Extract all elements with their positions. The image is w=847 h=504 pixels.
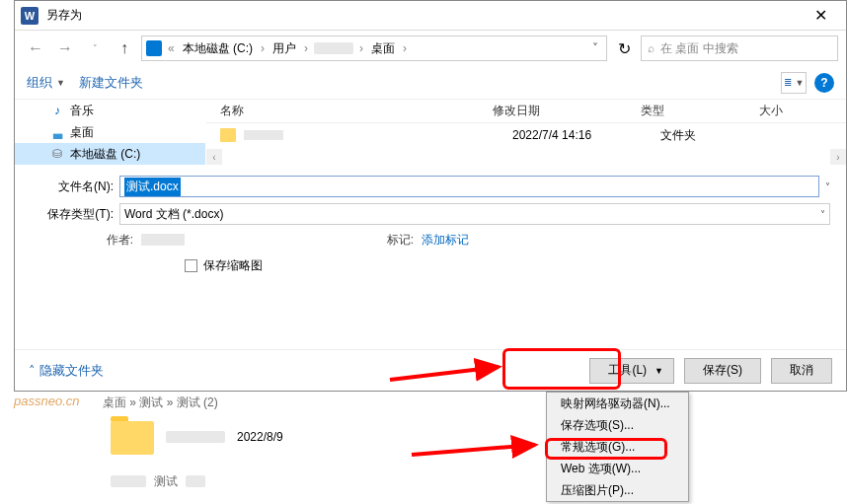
chevron-up-icon: ˄: [29, 363, 36, 378]
thumbnail-label: 保存缩略图: [203, 257, 263, 274]
col-date[interactable]: 修改日期: [493, 103, 641, 119]
row-date: 2022/7/4 14:16: [512, 128, 660, 142]
forward-button[interactable]: →: [52, 36, 78, 61]
folder-icon: [111, 421, 154, 455]
save-form: 文件名(N): 测试.docx ˅ 保存类型(T): Word 文档 (*.do…: [15, 165, 846, 279]
new-folder-button[interactable]: 新建文件夹: [79, 74, 143, 92]
tree-item-music[interactable]: ♪ 音乐: [15, 100, 205, 121]
word-icon: W: [21, 7, 38, 25]
navigation-bar: ← → ˅ ↑ « 本地磁盘 (C:) › 用户 › › 桌面 › ˅ ↻ ⌕ …: [15, 31, 846, 66]
chevron-down-icon: ▼: [56, 78, 65, 88]
column-headers: 名称 修改日期 类型 大小: [206, 100, 846, 123]
dropdown-item-compress-pictures[interactable]: 压缩图片(P)...: [547, 479, 688, 501]
bg-item: 测试: [154, 473, 178, 490]
search-icon: ⌕: [648, 41, 654, 55]
chevron-right-icon: ›: [403, 41, 407, 55]
crumb-desktop[interactable]: 桌面: [369, 40, 397, 57]
toolbar: 组织 ▼ 新建文件夹 ≣▼ ?: [15, 66, 846, 100]
chevron-down-icon: ˅: [820, 209, 825, 220]
col-name[interactable]: 名称: [206, 103, 493, 119]
save-as-dialog: W 另存为 ✕ ← → ˅ ↑ « 本地磁盘 (C:) › 用户 › › 桌面 …: [14, 0, 847, 392]
back-button[interactable]: ←: [23, 36, 48, 61]
author-value-redacted: [141, 234, 185, 246]
redacted-text: [186, 475, 205, 487]
scroll-right[interactable]: ›: [830, 149, 846, 165]
save-button[interactable]: 保存(S): [684, 358, 761, 384]
tags-input[interactable]: 添加标记: [422, 232, 469, 249]
tags-label: 标记:: [370, 232, 414, 249]
file-row[interactable]: 2022/7/4 14:16 文件夹: [206, 123, 846, 147]
filename-input[interactable]: 测试.docx: [119, 176, 819, 197]
dropdown-item-save-options[interactable]: 保存选项(S)...: [547, 414, 688, 436]
redacted-text: [166, 431, 225, 443]
filename-value: 测试.docx: [124, 178, 181, 196]
filename-label: 文件名(N):: [31, 179, 114, 195]
author-label: 作者:: [90, 232, 133, 249]
col-type[interactable]: 类型: [641, 103, 759, 119]
music-icon: ♪: [50, 104, 64, 117]
chevron-right-icon: ›: [359, 41, 363, 55]
thumbnail-checkbox[interactable]: [185, 259, 197, 272]
filetype-value: Word 文档 (*.docx): [124, 206, 223, 223]
up-button[interactable]: ↑: [112, 36, 137, 61]
dropdown-item-web-options[interactable]: Web 选项(W)...: [547, 458, 688, 479]
dropdown-item-general-options[interactable]: 常规选项(G)...: [547, 436, 688, 458]
tools-button[interactable]: 工具(L) ▼: [589, 358, 674, 384]
recent-dropdown[interactable]: ˅: [82, 36, 108, 61]
col-size[interactable]: 大小: [759, 103, 846, 119]
close-button[interactable]: ✕: [801, 2, 840, 30]
hide-folders-toggle[interactable]: ˄ 隐藏文件夹: [29, 362, 104, 380]
chevron-right-icon: «: [168, 41, 175, 55]
crumb-disk[interactable]: 本地磁盘 (C:): [181, 40, 255, 57]
chevron-down-icon[interactable]: ˅: [825, 181, 830, 192]
window-title: 另存为: [46, 7, 801, 24]
chevron-right-icon: ›: [261, 41, 265, 55]
file-list: 名称 修改日期 类型 大小 2022/7/4 14:16 文件夹 ‹ ›: [206, 100, 846, 165]
content-area: ♪ 音乐 ▃ 桌面 ⛁ 本地磁盘 (C:) 名称 修改日期 类型 大小: [15, 100, 846, 165]
folder-icon: [220, 128, 236, 142]
redacted-name: [244, 130, 283, 140]
tree-item-local-disk[interactable]: ⛁ 本地磁盘 (C:): [15, 143, 205, 165]
tree-item-desktop[interactable]: ▃ 桌面: [15, 121, 205, 143]
drive-icon: ⛁: [50, 147, 64, 161]
cancel-button[interactable]: 取消: [771, 358, 832, 384]
watermark: passneo.cn: [14, 394, 80, 408]
background-explorer: passneo.cn 桌面 » 测试 » 测试 (2) 2022/8/9 测试: [14, 392, 847, 504]
chevron-right-icon: ›: [304, 41, 308, 55]
address-bar[interactable]: « 本地磁盘 (C:) › 用户 › › 桌面 › ˅: [141, 36, 607, 61]
crumb-users[interactable]: 用户: [270, 40, 298, 57]
help-button[interactable]: ?: [814, 73, 834, 93]
tools-dropdown: 映射网络驱动器(N)... 保存选项(S)... 常规选项(G)... Web …: [546, 392, 689, 502]
refresh-button[interactable]: ↻: [611, 36, 637, 61]
organize-button[interactable]: 组织 ▼: [27, 74, 65, 92]
address-dropdown[interactable]: ˅: [588, 41, 602, 55]
titlebar: W 另存为 ✕: [15, 1, 846, 31]
redacted-crumb: [314, 42, 353, 54]
scroll-left[interactable]: ‹: [206, 149, 222, 165]
chevron-down-icon: ▼: [654, 366, 663, 376]
row-type: 文件夹: [660, 127, 779, 144]
folder-tree: ♪ 音乐 ▃ 桌面 ⛁ 本地磁盘 (C:): [15, 100, 206, 165]
desktop-icon: ▃: [50, 125, 64, 139]
bg-date: 2022/8/9: [237, 430, 283, 444]
dialog-footer: ˄ 隐藏文件夹 工具(L) ▼ 保存(S) 取消: [15, 349, 846, 391]
filetype-label: 保存类型(T):: [31, 206, 114, 223]
bg-breadcrumb: 桌面 » 测试 » 测试 (2): [103, 395, 218, 411]
disk-icon: [146, 40, 162, 56]
search-input[interactable]: ⌕ 在 桌面 中搜索: [641, 36, 838, 61]
redacted-text: [111, 475, 146, 487]
filetype-combo[interactable]: Word 文档 (*.docx) ˅: [119, 203, 830, 225]
view-options-button[interactable]: ≣▼: [781, 72, 807, 94]
search-placeholder: 在 桌面 中搜索: [660, 40, 738, 57]
dropdown-item-map-drive[interactable]: 映射网络驱动器(N)...: [547, 393, 688, 414]
